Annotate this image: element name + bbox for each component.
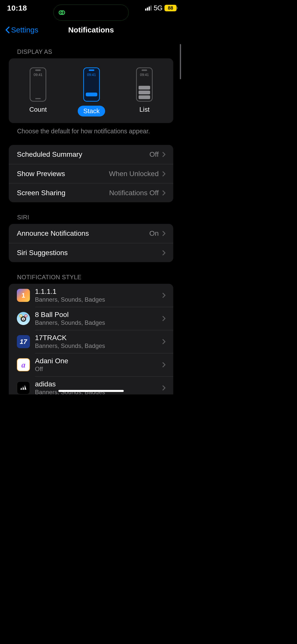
app-row-1111[interactable]: 1 1.1.1.1 Banners, Sounds, Badges — [9, 284, 173, 307]
app-icon: 17 — [17, 335, 30, 348]
app-detail: Banners, Sounds, Badges — [35, 342, 162, 349]
app-icon: 1 — [17, 289, 30, 302]
app-detail: Banners, Sounds, Badges — [35, 296, 162, 303]
home-indicator[interactable] — [58, 390, 124, 392]
svg-text:8: 8 — [23, 318, 24, 320]
siri-card: Announce Notifications On Siri Suggestio… — [9, 224, 173, 262]
svg-marker-11 — [25, 385, 26, 390]
row-screen-sharing[interactable]: Screen Sharing Notifications Off — [9, 183, 173, 202]
app-row-8ball[interactable]: 8 1 3 8 Ball Pool Banners, Sounds, Badge… — [9, 307, 173, 330]
notification-style-card: 1 1.1.1.1 Banners, Sounds, Badges 8 1 3 … — [9, 284, 173, 394]
chevron-right-icon — [162, 339, 166, 344]
navigation-bar: Settings Notifications — [0, 23, 182, 39]
app-icon: a — [17, 358, 30, 371]
row-siri-suggestions[interactable]: Siri Suggestions — [9, 243, 173, 262]
app-name: 1.1.1.1 — [35, 288, 162, 296]
app-icon — [17, 381, 30, 394]
chevron-right-icon — [162, 316, 166, 321]
phone-mock-count: 09:41 — [30, 67, 46, 102]
chevron-right-icon — [162, 231, 166, 236]
row-scheduled-summary[interactable]: Scheduled Summary Off — [9, 145, 173, 164]
chevron-right-icon — [162, 385, 166, 391]
svg-marker-9 — [20, 387, 22, 390]
general-settings-card: Scheduled Summary Off Show Previews When… — [9, 145, 173, 202]
back-button[interactable]: Settings — [5, 26, 38, 34]
option-label-count: Count — [29, 106, 47, 113]
display-option-count[interactable]: 09:41 Count — [29, 67, 47, 116]
page-title: Notifications — [68, 26, 114, 34]
app-info: 17TRACK Banners, Sounds, Badges — [35, 334, 162, 349]
app-name: 17TRACK — [35, 334, 162, 342]
svg-marker-10 — [23, 386, 24, 390]
cellular-signal-icon — [145, 6, 152, 11]
phone-mock-stack: 09:41 — [83, 67, 100, 102]
row-label: Announce Notifications — [17, 229, 149, 237]
display-as-card: 09:41 Count 09:41 Stack 09:41 — [9, 58, 173, 123]
dynamic-island[interactable] — [53, 5, 129, 21]
app-info: Adani One Off — [35, 357, 162, 373]
display-as-footer: Choose the default for how notifications… — [0, 123, 182, 135]
display-option-stack[interactable]: 09:41 Stack — [78, 67, 105, 116]
eight-ball-icon: 8 1 3 — [18, 313, 28, 324]
link-icon — [58, 9, 66, 16]
section-header-notification-style: NOTIFICATION STYLE — [0, 262, 182, 284]
row-label: Siri Suggestions — [17, 249, 162, 257]
chevron-right-icon — [162, 250, 166, 256]
network-type: 5G — [154, 4, 162, 12]
adidas-icon — [19, 384, 28, 392]
scroll-indicator[interactable] — [180, 44, 181, 79]
app-info: 1.1.1.1 Banners, Sounds, Badges — [35, 288, 162, 303]
app-name: 8 Ball Pool — [35, 311, 162, 319]
row-label: Screen Sharing — [17, 189, 109, 197]
row-label: Scheduled Summary — [17, 150, 149, 158]
app-detail: Banners, Sounds, Badges — [35, 319, 162, 326]
chevron-right-icon — [162, 293, 166, 298]
status-time: 10:18 — [7, 4, 37, 12]
app-icon: 8 1 3 — [17, 312, 30, 325]
row-show-previews[interactable]: Show Previews When Unlocked — [9, 164, 173, 183]
chevron-left-icon — [5, 26, 10, 33]
status-right-cluster: 5G 88 — [145, 4, 177, 12]
section-header-display-as: DISPLAY AS — [0, 39, 182, 58]
app-row-adani[interactable]: a Adani One Off — [9, 353, 173, 376]
row-value: When Unlocked — [109, 170, 159, 178]
app-name: Adani One — [35, 357, 162, 365]
app-name: adidas — [35, 380, 162, 388]
app-info: 8 Ball Pool Banners, Sounds, Badges — [35, 311, 162, 326]
app-row-17track[interactable]: 17 17TRACK Banners, Sounds, Badges — [9, 330, 173, 353]
app-info: adidas Banners, Sounds, Badges — [35, 380, 162, 394]
display-options: 09:41 Count 09:41 Stack 09:41 — [9, 58, 173, 123]
chevron-right-icon — [162, 152, 166, 157]
section-header-siri: SIRI — [0, 202, 182, 224]
row-value: Notifications Off — [109, 189, 159, 197]
row-label: Show Previews — [17, 170, 109, 178]
phone-mock-list: 09:41 — [136, 67, 153, 102]
back-label: Settings — [11, 26, 38, 34]
chevron-right-icon — [162, 190, 166, 196]
option-label-list: List — [139, 106, 149, 113]
row-value: On — [149, 229, 159, 237]
display-option-list[interactable]: 09:41 List — [136, 67, 153, 116]
app-detail: Off — [35, 366, 162, 373]
battery-indicator: 88 — [164, 5, 177, 11]
chevron-right-icon — [162, 362, 166, 368]
chevron-right-icon — [162, 171, 166, 177]
row-value: Off — [149, 150, 159, 158]
row-announce-notifications[interactable]: Announce Notifications On — [9, 224, 173, 243]
option-label-stack: Stack — [78, 106, 105, 116]
